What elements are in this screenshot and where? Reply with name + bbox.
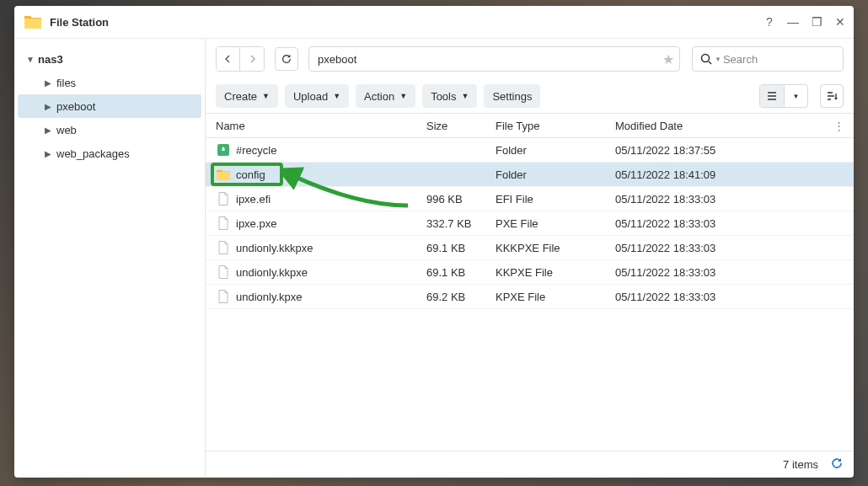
sidebar-item-files[interactable]: ▶files xyxy=(14,71,205,94)
list-view-button[interactable] xyxy=(760,85,784,107)
app-icon xyxy=(23,12,43,32)
sidebar-item-pxeboot[interactable]: ▶pxeboot xyxy=(18,94,201,118)
file-type: KKKPXE File xyxy=(496,242,615,254)
forward-button[interactable] xyxy=(240,47,264,71)
maximize-button[interactable]: ❐ xyxy=(810,15,823,29)
tools-button[interactable]: Tools▼ xyxy=(422,84,477,108)
table-row[interactable]: configFolder05/11/2022 18:41:09 xyxy=(206,163,854,187)
file-modified: 05/11/2022 18:41:09 xyxy=(615,168,854,181)
file-name: undionly.kkpxe xyxy=(236,266,308,279)
table-header: Name Size File Type Modified Date ⋮ xyxy=(206,113,854,138)
table-row[interactable]: ipxe.pxe332.7 KBPXE File05/11/2022 18:33… xyxy=(206,211,854,236)
settings-button[interactable]: Settings xyxy=(484,84,540,108)
file-name: config xyxy=(236,168,265,181)
refresh-button[interactable] xyxy=(275,47,298,71)
sidebar-item-web_packages[interactable]: ▶web_packages xyxy=(14,142,205,165)
file-modified: 05/11/2022 18:33:03 xyxy=(615,266,854,279)
app-window: File Station ? — ❐ ✕ ▼ nas3 ▶files▶pxebo… xyxy=(14,6,854,478)
file-name: ipxe.efi xyxy=(236,193,271,206)
chevron-right-icon: ▶ xyxy=(45,126,51,135)
file-name: ipxe.pxe xyxy=(236,217,276,230)
file-name: undionly.kkkpxe xyxy=(236,242,313,254)
column-name[interactable]: Name xyxy=(216,120,426,132)
chevron-right-icon: ▶ xyxy=(45,149,51,158)
chevron-right-icon: ▶ xyxy=(45,78,51,88)
chevron-right-icon: ▶ xyxy=(45,102,51,111)
file-type: PXE File xyxy=(496,217,615,230)
status-refresh-button[interactable] xyxy=(830,457,844,473)
back-button[interactable] xyxy=(217,47,240,71)
file-type: Folder xyxy=(496,144,615,157)
file-size: 69.1 KB xyxy=(426,266,496,279)
file-icon xyxy=(216,289,231,304)
file-type: EFI File xyxy=(496,193,615,206)
file-icon xyxy=(216,191,231,206)
close-button[interactable]: ✕ xyxy=(833,15,847,29)
help-button[interactable]: ? xyxy=(763,15,776,29)
file-modified: 05/11/2022 18:33:03 xyxy=(615,242,854,254)
sidebar-item-label: pxeboot xyxy=(56,100,95,113)
path-value: pxeboot xyxy=(318,53,356,66)
tree-root[interactable]: ▼ nas3 xyxy=(14,47,205,71)
file-type: KPXE File xyxy=(496,291,615,303)
table-row[interactable]: #recycleFolder05/11/2022 18:37:55 xyxy=(206,138,854,163)
file-type: Folder xyxy=(496,168,615,181)
table-row[interactable]: undionly.kkpxe69.1 KBKKPXE File05/11/202… xyxy=(206,260,854,285)
sidebar-item-label: web_packages xyxy=(56,147,130,160)
tree-root-label: nas3 xyxy=(38,53,63,66)
svg-point-0 xyxy=(702,55,710,62)
action-toolbar: Create▼ Upload▼ Action▼ Tools▼ Settings … xyxy=(206,79,854,113)
file-modified: 05/11/2022 18:33:03 xyxy=(615,217,854,230)
file-icon xyxy=(216,264,231,280)
file-name: undionly.kpxe xyxy=(236,291,303,303)
favorite-icon[interactable]: ★ xyxy=(662,51,674,67)
column-size[interactable]: Size xyxy=(426,120,496,132)
table-row[interactable]: ipxe.efi996 KBEFI File05/11/2022 18:33:0… xyxy=(206,187,854,211)
column-menu-icon[interactable]: ⋮ xyxy=(833,120,847,132)
search-dropdown-icon: ▼ xyxy=(715,56,721,63)
sidebar-item-web[interactable]: ▶web xyxy=(14,118,205,142)
folder-icon xyxy=(216,167,231,182)
sidebar-item-label: files xyxy=(56,77,76,89)
file-size: 332.7 KB xyxy=(426,217,496,230)
titlebar: File Station ? — ❐ ✕ xyxy=(14,6,854,38)
path-input[interactable]: pxeboot ★ xyxy=(308,46,680,72)
view-dropdown-button[interactable]: ▼ xyxy=(784,85,807,107)
chevron-down-icon: ▼ xyxy=(26,55,33,64)
create-button[interactable]: Create▼ xyxy=(216,84,278,108)
recycle-icon xyxy=(216,142,231,158)
file-modified: 05/11/2022 18:33:03 xyxy=(615,193,854,206)
file-size: 69.2 KB xyxy=(426,291,496,303)
file-icon xyxy=(216,240,231,255)
file-type: KKPXE File xyxy=(496,266,615,279)
action-button[interactable]: Action▼ xyxy=(356,84,415,108)
sidebar-item-label: web xyxy=(56,124,77,136)
path-toolbar: pxeboot ★ ▼ Search xyxy=(206,39,854,79)
file-name: #recycle xyxy=(236,144,276,157)
search-placeholder: Search xyxy=(723,53,758,66)
file-size: 69.1 KB xyxy=(426,242,496,254)
app-title: File Station xyxy=(50,16,763,29)
column-modified[interactable]: Modified Date xyxy=(615,120,833,132)
sidebar: ▼ nas3 ▶files▶pxeboot▶web▶web_packages xyxy=(14,39,206,478)
file-list: #recycleFolder05/11/2022 18:37:55configF… xyxy=(206,138,854,451)
file-icon xyxy=(216,216,231,231)
minimize-button[interactable]: — xyxy=(786,15,800,29)
column-type[interactable]: File Type xyxy=(496,120,615,132)
table-row[interactable]: undionly.kkkpxe69.1 KBKKKPXE File05/11/2… xyxy=(206,236,854,260)
file-modified: 05/11/2022 18:37:55 xyxy=(615,144,854,157)
item-count: 7 items xyxy=(783,458,818,471)
table-row[interactable]: undionly.kpxe69.2 KBKPXE File05/11/2022 … xyxy=(206,285,854,309)
search-input[interactable]: ▼ Search xyxy=(692,46,844,72)
file-modified: 05/11/2022 18:33:03 xyxy=(615,291,854,303)
upload-button[interactable]: Upload▼ xyxy=(285,84,349,108)
status-bar: 7 items xyxy=(206,451,854,478)
file-size: 996 KB xyxy=(426,193,496,206)
sort-button[interactable] xyxy=(820,84,844,108)
